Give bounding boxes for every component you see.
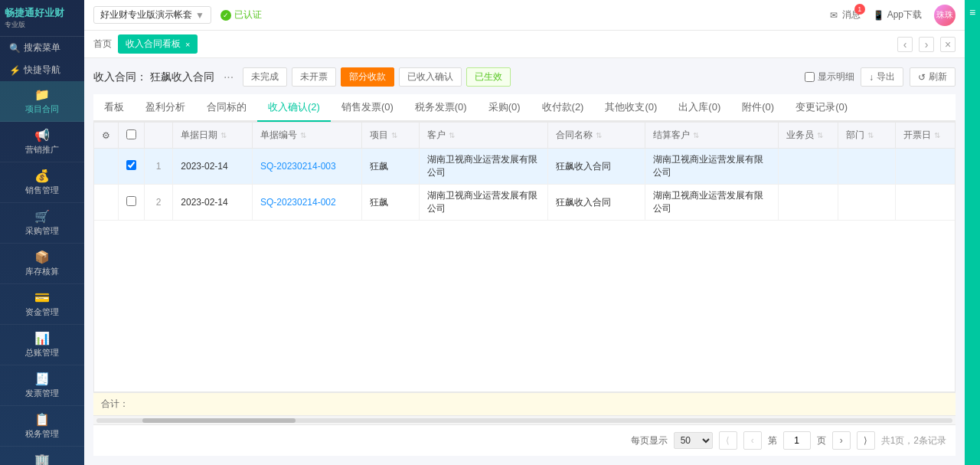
col-endcustomer-label: 结算客户 bbox=[653, 129, 690, 142]
data-table-container: ⚙ 单据日期⇅ 单据编号⇅ 项目⇅ 客户⇅ bbox=[93, 122, 956, 392]
home-tab[interactable]: 首页 bbox=[93, 38, 112, 51]
data-table: ⚙ 单据日期⇅ 单据编号⇅ 项目⇅ 客户⇅ bbox=[94, 123, 955, 221]
col-check-header[interactable] bbox=[119, 123, 145, 149]
per-page-select[interactable]: 50 100 200 bbox=[674, 432, 713, 449]
col-date-header[interactable]: 单据日期⇅ bbox=[173, 123, 253, 149]
tab-purchase[interactable]: 采购(0) bbox=[478, 94, 531, 122]
horizontal-scrollbar[interactable] bbox=[93, 415, 956, 424]
sidebar-item-invoice[interactable]: 🧾 发票管理 bbox=[0, 365, 84, 406]
status-income-confirmed[interactable]: 已收入确认 bbox=[399, 67, 462, 87]
next-page-button[interactable]: › bbox=[832, 431, 851, 450]
last-page-button[interactable]: ⟩ bbox=[857, 431, 875, 450]
assets-icon: 🏢 bbox=[34, 453, 50, 465]
row1-contract: 狂飙收入合同 bbox=[548, 149, 645, 185]
app-download-button[interactable]: 📱 App下载 bbox=[873, 8, 922, 21]
tab-close-icon[interactable]: × bbox=[185, 40, 190, 49]
app-logo: 畅捷通好业财 专业版 bbox=[0, 0, 84, 37]
close-tab-button[interactable]: × bbox=[940, 37, 956, 52]
prev-tab-button[interactable]: ‹ bbox=[897, 37, 913, 52]
col-settings-header[interactable]: ⚙ bbox=[94, 123, 119, 149]
sidebar-item-inventory[interactable]: 📦 库存核算 bbox=[0, 244, 84, 284]
page-number-input[interactable] bbox=[783, 431, 811, 450]
col-orderno-header[interactable]: 单据编号⇅ bbox=[252, 123, 361, 149]
tab-other-income[interactable]: 其他收支(0) bbox=[594, 94, 668, 122]
row2-check[interactable] bbox=[119, 185, 145, 221]
col-project-sort: ⇅ bbox=[391, 131, 397, 139]
table-row[interactable]: 2 2023-02-14 SQ-20230214-002 狂飙 湖南卫视商业运营… bbox=[94, 185, 955, 221]
row1-date: 2023-02-14 bbox=[173, 149, 253, 185]
tab-change-log[interactable]: 变更记录(0) bbox=[785, 94, 858, 122]
right-sidebar-action[interactable]: ≡ bbox=[966, 3, 978, 21]
sidebar-item-project[interactable]: 📁 项目合同 bbox=[0, 81, 84, 122]
contract-more-button[interactable]: ··· bbox=[224, 70, 234, 84]
topbar-right: ✉ 1 消息 📱 App下载 珠珠 bbox=[830, 5, 956, 26]
invoice-icon: 🧾 bbox=[34, 372, 50, 386]
next-tab-button[interactable]: › bbox=[919, 37, 934, 52]
tab-profit[interactable]: 盈利分析 bbox=[135, 94, 196, 122]
row1-num: 1 bbox=[145, 149, 173, 185]
tab-tax-invoice[interactable]: 税务发票(0) bbox=[404, 94, 478, 122]
tab-board[interactable]: 看板 bbox=[93, 94, 135, 122]
contract-title: 收入合同： 狂飙收入合同 bbox=[93, 70, 214, 84]
export-button[interactable]: ↓ 导出 bbox=[861, 67, 903, 87]
col-customer-header[interactable]: 客户⇅ bbox=[419, 123, 548, 149]
pagination: 每页显示 50 100 200 ⟨ ‹ 第 页 › ⟩ 共1页，2条记录 bbox=[93, 424, 956, 456]
logo-sub: 专业版 bbox=[5, 20, 80, 30]
user-avatar[interactable]: 珠珠 bbox=[934, 5, 956, 26]
main-content: 好业财专业版演示帐套 ▼ 已认证 ✉ 1 消息 📱 App下载 珠珠 首页 收入… bbox=[84, 0, 965, 465]
sidebar-item-invoice-label: 发票管理 bbox=[25, 388, 59, 399]
col-dept-sort: ⇅ bbox=[867, 131, 874, 139]
show-detail-checkbox[interactable]: 显示明细 bbox=[805, 70, 854, 84]
col-endcustomer-header[interactable]: 结算客户⇅ bbox=[645, 123, 779, 149]
sidebar-item-marketing[interactable]: 📢 营销推广 bbox=[0, 122, 84, 162]
sidebar-item-sales[interactable]: 💰 销售管理 bbox=[0, 162, 84, 203]
row1-order-link[interactable]: SQ-20230214-003 bbox=[260, 161, 336, 172]
col-project-header[interactable]: 项目⇅ bbox=[361, 123, 419, 149]
status-effective[interactable]: 已生效 bbox=[466, 67, 511, 87]
tab-attachments[interactable]: 附件(0) bbox=[731, 94, 785, 122]
col-salesperson-sort: ⇅ bbox=[817, 131, 823, 139]
tab-income-confirm[interactable]: 收入确认(2) bbox=[257, 94, 331, 122]
tab-payment[interactable]: 收付款(2) bbox=[531, 94, 595, 122]
col-contract-header[interactable]: 合同名称⇅ bbox=[548, 123, 645, 149]
sidebar-item-purchase[interactable]: 🛒 采购管理 bbox=[0, 203, 84, 244]
table-header-row: ⚙ 单据日期⇅ 单据编号⇅ 项目⇅ 客户⇅ bbox=[94, 123, 955, 149]
status-incomplete[interactable]: 未完成 bbox=[243, 67, 287, 87]
current-tab[interactable]: 收入合同看板 × bbox=[118, 34, 198, 54]
sidebar-item-ledger-label: 总账管理 bbox=[25, 347, 59, 359]
row1-check[interactable] bbox=[119, 149, 145, 185]
row1-checkbox[interactable] bbox=[126, 160, 136, 170]
col-salesperson-header[interactable]: 业务员⇅ bbox=[779, 123, 838, 149]
status-uninvoiced[interactable]: 未开票 bbox=[292, 67, 336, 87]
col-project-label: 项目 bbox=[370, 129, 388, 142]
col-date-sort: ⇅ bbox=[220, 131, 227, 139]
scrollbar-thumb[interactable] bbox=[142, 418, 296, 423]
first-page-button[interactable]: ⟨ bbox=[719, 431, 737, 450]
col-opendate-header[interactable]: 开票日⇅ bbox=[895, 123, 955, 149]
sidebar-item-tax[interactable]: 📋 税务管理 bbox=[0, 406, 84, 447]
topbar: 好业财专业版演示帐套 ▼ 已认证 ✉ 1 消息 📱 App下载 珠珠 bbox=[84, 0, 965, 31]
prev-page-button[interactable]: ‹ bbox=[743, 431, 762, 450]
sidebar-quicknav[interactable]: ⚡ 快捷导航 bbox=[0, 59, 84, 81]
tab-contract-target[interactable]: 合同标的 bbox=[196, 94, 257, 122]
row2-checkbox[interactable] bbox=[126, 196, 136, 206]
sidebar-search[interactable]: 🔍 搜索菜单 bbox=[0, 37, 84, 59]
company-selector[interactable]: 好业财专业版演示帐套 ▼ bbox=[93, 6, 211, 24]
refresh-button[interactable]: ↺ 刷新 bbox=[910, 67, 956, 87]
col-salesperson-label: 业务员 bbox=[786, 129, 814, 142]
tab-sales-invoice[interactable]: 销售发票(0) bbox=[331, 94, 404, 122]
status-partial-payment[interactable]: 部分收款 bbox=[341, 67, 394, 87]
select-all-checkbox[interactable] bbox=[126, 129, 136, 139]
sidebar-item-assets[interactable]: 🏢 固定资产 bbox=[0, 447, 84, 465]
tab-warehouse[interactable]: 出入库(0) bbox=[668, 94, 731, 122]
app-download-label: App下载 bbox=[887, 8, 922, 21]
message-button[interactable]: ✉ 1 消息 bbox=[830, 8, 861, 21]
table-row[interactable]: 1 2023-02-14 SQ-20230214-003 狂飙 湖南卫视商业运营… bbox=[94, 149, 955, 185]
row2-order-link[interactable]: SQ-20230214-002 bbox=[260, 197, 336, 208]
sidebar-item-funds[interactable]: 💳 资金管理 bbox=[0, 284, 84, 325]
company-name: 好业财专业版演示帐套 bbox=[100, 8, 192, 21]
col-dept-header[interactable]: 部门⇅ bbox=[838, 123, 896, 149]
sidebar-item-ledger[interactable]: 📊 总账管理 bbox=[0, 325, 84, 365]
show-detail-input[interactable] bbox=[805, 72, 815, 82]
tax-icon: 📋 bbox=[34, 412, 50, 427]
